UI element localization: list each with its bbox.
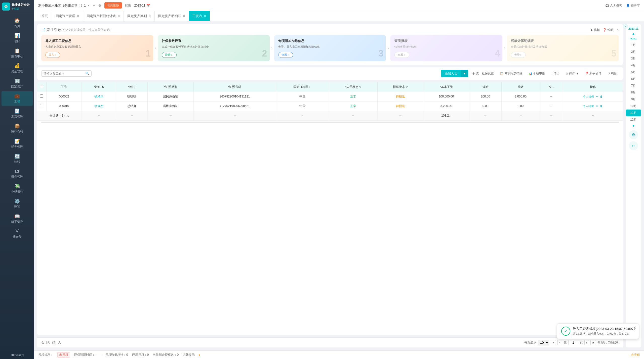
step-btn-2[interactable]: 设置＞ [162,52,177,58]
cal-month-1[interactable]: 1月 [626,42,641,48]
sidebar-item-archive[interactable]: 🗂归档管理 [2,167,33,181]
search-input[interactable] [44,72,84,75]
sidebar-item-payroll[interactable]: 💼工资 [2,91,33,106]
guide-video-btn[interactable]: ▶ 视频 [591,28,600,32]
page-input[interactable] [568,340,578,345]
sidebar-item-invoices[interactable]: 🧾发票管理 [2,106,33,121]
tab-close-payroll-table[interactable]: ✕ [204,14,206,18]
row-checkbox-1[interactable] [40,104,43,107]
sidebar-item-member[interactable]: V畅会员 [2,227,33,241]
sidebar-item-tax[interactable]: 📝税务管理 [2,136,33,151]
sidebar-item-funds[interactable]: 💰资金管理 [2,61,33,76]
first-page-btn[interactable]: « [551,340,556,345]
refresh-btn[interactable]: ↺ 刷新 [606,70,619,77]
add-person-dropdown-btn[interactable]: ▼ [461,70,468,77]
tab-depreciation[interactable]: 固定资产折旧统计表✕ [83,11,124,21]
sidebar-item-settlement[interactable]: 🔄结账 [2,151,33,166]
sidebar-item-guide[interactable]: 📖新手引导 [2,212,33,226]
last-page-btn[interactable]: » [590,340,596,345]
account-dropdown-arrow[interactable]: ▼ [87,4,90,7]
row-op-delete-1[interactable]: 🗑 [600,105,603,108]
operations-btn[interactable]: ⚙ 操作 ▼ [564,70,581,77]
cal-month-9[interactable]: 9月 [626,96,641,103]
row-op-edit-1[interactable]: ✏ [596,105,598,108]
cal-month-2[interactable]: 2月 [626,48,641,55]
tab-asset-type[interactable]: 固定资产类别✕ [124,11,155,21]
special-deduct-btn[interactable]: 📋 专项附加扣除 [498,70,525,77]
tab-close-fixed-assets[interactable]: ✕ [77,14,79,18]
help-btn[interactable]: 🎧 人工咨询 [605,3,622,8]
row-name-link-1[interactable]: 李俊杰 [94,104,103,108]
sidebar-item-inventory[interactable]: 📦进销台账 [2,121,33,136]
step-btn-3[interactable]: 查看＞ [278,52,293,58]
cal-month-4[interactable]: 4月 [626,62,641,69]
row-checkbox-0[interactable] [40,94,43,98]
panel-action-1[interactable]: ⚙ [629,130,638,139]
cal-month-5[interactable]: 5月 [626,69,641,76]
guide-close-btn[interactable]: ✕ [616,28,619,32]
step-btn-5[interactable]: 查看＞ [511,52,526,58]
social-security-btn[interactable]: ⚙ 统一社保设置 [470,70,496,77]
sidebar-item-reports[interactable]: 📋报表中心 [2,46,33,61]
per-page-select[interactable]: 10 20 50 [538,340,549,345]
status-filter-icon[interactable]: ▽ [359,86,361,88]
period-value[interactable]: 2023-11 📅 [134,4,150,7]
add-account-btn[interactable]: + [93,3,95,8]
cal-month-6[interactable]: 6月 [626,76,641,82]
guide-help-btn[interactable]: ❓ 帮助 [603,28,613,32]
tab-fixed-assets[interactable]: 固定资产管理✕ [52,11,83,21]
search-icon[interactable]: 🔍 [85,72,89,75]
sidebar-item-assets[interactable]: 🏢固定资产 [2,76,33,91]
next-page-btn[interactable]: › [584,340,589,345]
tab-home[interactable]: 首页 [37,11,52,21]
step-btn-4[interactable]: 查看＞ [394,52,409,58]
warning-icon[interactable]: ℹ [199,353,200,357]
tab-asset-detail[interactable]: 固定资产明细账✕ [155,11,189,21]
step-arrow-1: › [153,35,158,61]
row-name-link-0[interactable]: 徐泽华 [94,95,103,98]
sort-icon[interactable]: ⇅ [102,86,104,88]
switch-version-btn[interactable]: 切到旧版 [104,2,122,9]
recharge-link[interactable]: 去充值 [631,353,640,357]
user-profile[interactable]: 👤 徐泽华 [626,3,640,8]
row-op-delete-0[interactable]: 🗑 [600,95,603,98]
toast-close-btn[interactable]: ✕ [633,326,636,330]
cal-month-10[interactable]: 10月 [626,103,641,110]
settings-icon[interactable]: ⚙ [98,4,101,8]
tax-report-btn[interactable]: 📊 个税申报 [527,70,547,77]
panel-expand-btn[interactable]: › [623,24,628,29]
prev-page-btn[interactable]: ‹ [557,340,562,345]
row-op-social-0[interactable]: 个人社保 [583,95,594,98]
cal-month-3[interactable]: 3月 [626,55,641,62]
step-btn-1[interactable]: 导入＞ [45,52,60,58]
export-btn[interactable]: ↓ 导出 [549,70,561,77]
tab-close-asset-type[interactable]: ✕ [148,14,151,18]
tab-payroll-table[interactable]: 工资表✕ [189,11,210,21]
panel-action-2[interactable]: ↩ [629,141,638,150]
headset-icon: 🎧 [605,4,609,7]
new-guide-btn[interactable]: ❓ 新手引导 [583,70,603,77]
cal-month-11[interactable]: 11月 [626,110,641,116]
row-op-social-1[interactable]: 个人社保 [583,105,594,108]
cal-down-btn[interactable]: ▼ [631,123,636,128]
employee-table: 工号 *姓名 ⇅ *部门 *证照类型 *证照号码 国籍（地区） *人员状态 [37,82,623,121]
cal-up-btn[interactable]: ▲ [631,31,636,36]
sidebar-item-ledger[interactable]: 📊总账 [2,31,33,45]
cal-month-12[interactable]: 12月 [626,116,641,123]
report-filter-icon[interactable]: ▽ [406,86,408,88]
tab-close-depreciation[interactable]: ✕ [117,14,120,18]
sidebar-item-home[interactable]: 🏠首页 [2,16,33,30]
calendar-icon[interactable]: 📅 [146,4,150,7]
sidebar-label-reports: 报表中心 [11,54,23,59]
tab-close-asset-detail[interactable]: ✕ [183,14,185,18]
sidebar-item-expense[interactable]: 💸小畅报销 [2,181,33,196]
sidebar-item-settings[interactable]: ⚙️设置 [2,196,33,211]
horizontal-scrollbar[interactable] [41,122,619,123]
select-all-checkbox[interactable] [40,85,43,88]
cal-month-8[interactable]: 8月 [626,89,641,96]
cal-month-7[interactable]: 7月 [626,82,641,89]
sidebar-footer-btn[interactable]: ◀取消固定 [0,351,34,359]
row-op-edit-0[interactable]: ✏ [596,95,598,98]
row-report-status-1: 待报送 [378,101,423,111]
add-person-btn[interactable]: 添加人员 [441,70,461,77]
